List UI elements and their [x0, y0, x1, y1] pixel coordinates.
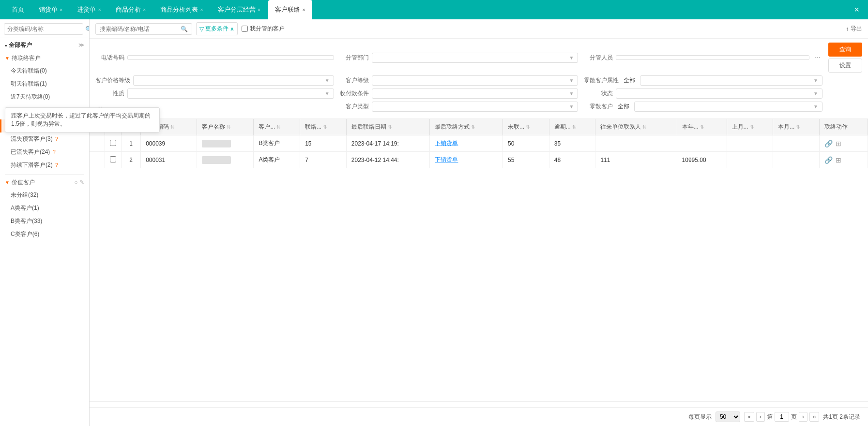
row1-name[interactable]	[197, 135, 254, 152]
sidebar-item-7days[interactable]: 近7天待联络(0)	[0, 90, 89, 103]
last-method-sort-icon: ⇅	[471, 124, 475, 130]
close-sales-tab[interactable]: ×	[60, 7, 62, 13]
close-all-tabs[interactable]: ×	[850, 5, 863, 15]
last-page-btn[interactable]: »	[809, 412, 820, 422]
filter-field-manager: 分管人员 ···	[584, 53, 822, 62]
sidebar-edit-icons[interactable]: ○ ✎	[74, 179, 84, 186]
value-tri-icon: ▼	[5, 180, 10, 185]
sidebar-item-unassigned[interactable]: 未分组(32)	[0, 189, 89, 202]
row1-action-grid-icon[interactable]: ⊞	[836, 140, 841, 147]
sidebar-all-customers[interactable]: ▪ 全部客户 ≫	[0, 38, 89, 52]
chevron-down-icon: ∧	[230, 26, 234, 32]
row2-select-checkbox[interactable]	[110, 156, 116, 162]
sidebar-item-a-class[interactable]: A类客户(1)	[0, 202, 89, 215]
row2-code: 000031	[141, 152, 197, 168]
close-analysis-list-tab[interactable]: ×	[200, 7, 203, 13]
row1-overdue: 35	[549, 135, 595, 152]
export-btn[interactable]: ↑ 导出	[846, 25, 862, 33]
nav-tab-customer-tier[interactable]: 客户分层经营 ×	[211, 0, 267, 19]
row2-action-grid-icon[interactable]: ⊞	[836, 156, 841, 164]
sidebar-pending-contact-group[interactable]: ▼ 待联络客户	[0, 52, 89, 64]
my-customers-check[interactable]	[242, 26, 248, 32]
filter-customer-type-input[interactable]: ▼	[372, 102, 579, 112]
first-page-btn[interactable]: «	[744, 412, 754, 422]
sidebar-value-customers-group[interactable]: ▼ 价值客户 ○ ✎	[0, 176, 89, 189]
page-number-input[interactable]	[775, 412, 789, 422]
more-conditions-btn[interactable]: ▽ 更多条件 ∧	[196, 22, 238, 35]
prev-page-btn[interactable]: ‹	[756, 412, 765, 422]
filter-row-2: 客户价格等级 ▼ 客户等级 ▼ 零散客户属性 全部	[95, 75, 862, 86]
row1-checkbox[interactable]	[105, 135, 122, 152]
nav-tab-customer-contact[interactable]: 客户联络 ×	[268, 0, 312, 19]
col-overdue[interactable]: 逾期... ⇅	[549, 119, 595, 135]
filter-search-input[interactable]	[100, 26, 179, 32]
filter-department-input[interactable]: ▼	[372, 53, 579, 63]
col-actions: 联络动作	[819, 119, 868, 135]
row1-select-checkbox[interactable]	[110, 140, 116, 146]
price-level-arrow-icon: ▼	[325, 78, 330, 83]
filter-status-input[interactable]: ▼	[616, 88, 822, 99]
close-analysis-tab[interactable]: ×	[143, 7, 146, 13]
my-customers-checkbox[interactable]: 我分管的客户	[242, 25, 285, 33]
filter-retail-attr-input[interactable]: ▼	[640, 75, 822, 86]
per-page-select[interactable]: 50 100 200	[716, 411, 740, 422]
row2-name[interactable]	[197, 152, 254, 168]
sidebar-search-input[interactable]	[4, 23, 83, 35]
lost-preview-help-icon: ?	[55, 136, 58, 142]
col-this-year[interactable]: 本年... ⇅	[677, 119, 727, 135]
horizontal-scrollbar[interactable]	[90, 401, 868, 407]
sidebar-collapse-btn[interactable]: ≫	[78, 42, 84, 48]
row2-action-link-icon[interactable]: 🔗	[824, 156, 833, 164]
col-last-contact-date[interactable]: 最后联络日期 ⇅	[346, 119, 430, 135]
filter-retail-customer-input[interactable]: ▼	[634, 102, 822, 112]
manager-dots-btn[interactable]: ···	[812, 53, 822, 62]
filter-search-box[interactable]: 🔍	[95, 23, 192, 35]
col-unreached[interactable]: 未联... ⇅	[503, 119, 549, 135]
col-last-contact-method[interactable]: 最后联络方式 ⇅	[430, 119, 503, 135]
filter-phone-input[interactable]	[127, 55, 334, 60]
nav-tab-sales[interactable]: 销货单 ×	[32, 0, 69, 19]
row1-unreached: 50	[503, 135, 549, 152]
filter-manager-input[interactable]	[616, 55, 809, 60]
sidebar-item-declining[interactable]: 持续下滑客户(2) ?	[0, 159, 89, 172]
nav-tab-purchase[interactable]: 进货单 ×	[70, 0, 107, 19]
customer-level-arrow-icon: ▼	[569, 78, 574, 83]
payment-arrow-icon: ▼	[569, 91, 574, 96]
col-this-month[interactable]: 本月... ⇅	[773, 119, 820, 135]
row1-last-method[interactable]: 下销货单	[430, 135, 503, 152]
row2-last-method[interactable]: 下销货单	[430, 152, 503, 168]
row2-this-month	[773, 152, 820, 168]
gender-arrow-icon: ▼	[325, 91, 330, 96]
sidebar-item-lost-preview[interactable]: 流失预警客户(3) ?	[0, 132, 89, 146]
nav-tab-analysis[interactable]: 商品分析 ×	[109, 0, 152, 19]
nav-tab-analysis-list[interactable]: 商品分析列表 ×	[153, 0, 210, 19]
filter-gender-input[interactable]: ▼	[127, 88, 334, 99]
sidebar-search-icon: 🔍	[85, 26, 90, 33]
filter-field-price-level: 客户价格等级 ▼	[95, 75, 334, 86]
next-page-btn[interactable]: ›	[799, 412, 807, 422]
col-name[interactable]: 客户名称 ⇅	[197, 119, 254, 135]
close-customer-tier-tab[interactable]: ×	[258, 7, 260, 13]
close-purchase-tab[interactable]: ×	[98, 7, 101, 13]
sidebar-item-today[interactable]: 今天待联络(0)	[0, 64, 89, 77]
row2-checkbox[interactable]	[105, 152, 122, 168]
page-navigation: « ‹ 第 页 › »	[744, 412, 819, 422]
sidebar-item-tomorrow[interactable]: 明天待联络(1)	[0, 77, 89, 90]
col-last-month[interactable]: 上月... ⇅	[727, 119, 773, 135]
filter-payment-input[interactable]: ▼	[372, 88, 579, 99]
sidebar-item-b-class[interactable]: B类客户(33)	[0, 215, 89, 228]
col-unit-contacts[interactable]: 往来单位联系人 ⇅	[595, 119, 677, 135]
settings-button[interactable]: 设置	[828, 59, 862, 73]
sidebar-item-already-lost[interactable]: 已流失客户(24) ?	[0, 146, 89, 159]
filter-customer-level-input[interactable]: ▼	[372, 75, 579, 86]
sidebar-item-c-class[interactable]: C类客户(6)	[0, 228, 89, 241]
col-contacts[interactable]: 联络... ⇅	[300, 119, 347, 135]
col-category[interactable]: 客户... ⇅	[254, 119, 300, 135]
row2-category: A类客户	[254, 152, 300, 168]
nav-tab-home[interactable]: 首页	[5, 0, 31, 19]
close-customer-contact-tab[interactable]: ×	[302, 7, 305, 13]
filter-price-level-input[interactable]: ▼	[133, 75, 334, 86]
query-button[interactable]: 查询	[828, 43, 862, 57]
unit-contacts-sort-icon: ⇅	[642, 124, 646, 130]
row1-action-link-icon[interactable]: 🔗	[824, 140, 833, 147]
